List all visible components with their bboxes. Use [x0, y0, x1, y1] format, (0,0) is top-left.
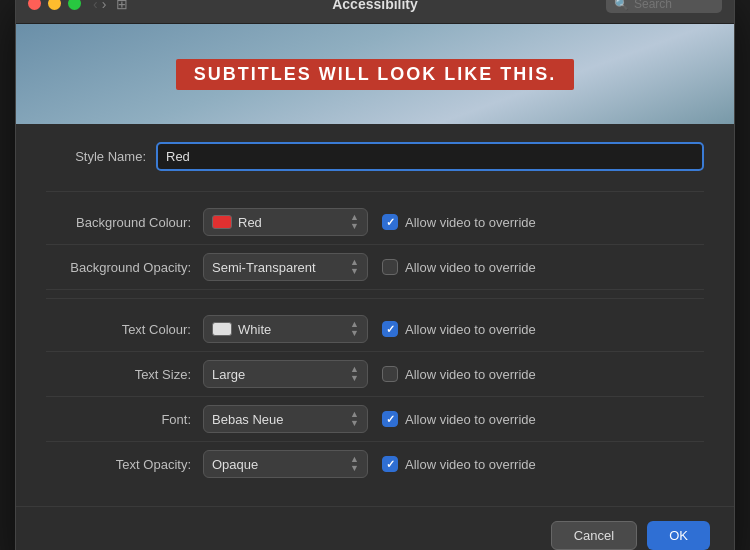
dropdown-arrows-icon: ▲▼ [350, 455, 359, 473]
maximize-button[interactable] [68, 0, 81, 10]
checkmark-icon: ✓ [386, 217, 395, 228]
allow-override-row: Allow video to override [382, 259, 536, 275]
setting-label: Text Opacity: [46, 457, 191, 472]
checkmark-icon: ✓ [386, 324, 395, 335]
allow-override-row: ✓Allow video to override [382, 321, 536, 337]
search-icon: 🔍 [614, 0, 629, 11]
setting-label: Background Opacity: [46, 260, 191, 275]
cancel-button[interactable]: Cancel [551, 521, 637, 550]
back-arrow-icon[interactable]: ‹ [93, 0, 98, 12]
dropdown-3[interactable]: Large▲▼ [203, 360, 368, 388]
search-input[interactable] [634, 0, 714, 11]
dropdown-0[interactable]: Red▲▼ [203, 208, 368, 236]
dropdown-arrows-icon: ▲▼ [350, 410, 359, 428]
setting-row: Text Size:Large▲▼Allow video to override [46, 352, 704, 397]
dropdown-2[interactable]: White▲▼ [203, 315, 368, 343]
minimize-button[interactable] [48, 0, 61, 10]
override-label: Allow video to override [405, 367, 536, 382]
allow-override-row: Allow video to override [382, 366, 536, 382]
window-title: Accessibility [332, 0, 418, 12]
color-swatch [212, 215, 232, 229]
dropdown-arrows-icon: ▲▼ [350, 213, 359, 231]
search-bar[interactable]: 🔍 [606, 0, 722, 13]
dropdown-arrows-icon: ▲▼ [350, 365, 359, 383]
setting-label: Background Colour: [46, 215, 191, 230]
override-checkbox[interactable]: ✓ [382, 411, 398, 427]
checkmark-icon: ✓ [386, 459, 395, 470]
override-label: Allow video to override [405, 260, 536, 275]
setting-row: Background Opacity:Semi-Transparent▲▼All… [46, 245, 704, 290]
dropdown-text: Large [212, 367, 344, 382]
preview-area: SUBTITLES WILL LOOK LIKE THIS. [16, 24, 734, 124]
dropdown-4[interactable]: Bebas Neue▲▼ [203, 405, 368, 433]
setting-label: Text Size: [46, 367, 191, 382]
style-name-input[interactable] [156, 142, 704, 171]
override-label: Allow video to override [405, 412, 536, 427]
close-button[interactable] [28, 0, 41, 10]
forward-arrow-icon[interactable]: › [102, 0, 107, 12]
override-checkbox[interactable] [382, 366, 398, 382]
setting-row: Text Opacity:Opaque▲▼✓Allow video to ove… [46, 442, 704, 486]
section-divider [46, 298, 704, 299]
dropdown-5[interactable]: Opaque▲▼ [203, 450, 368, 478]
style-name-label: Style Name: [46, 149, 146, 164]
dropdown-arrows-icon: ▲▼ [350, 320, 359, 338]
override-checkbox[interactable] [382, 259, 398, 275]
subtitle-preview-text: SUBTITLES WILL LOOK LIKE THIS. [176, 59, 575, 90]
content-area: Style Name: Background Colour:Red▲▼✓Allo… [16, 124, 734, 506]
override-checkbox[interactable]: ✓ [382, 456, 398, 472]
ok-button[interactable]: OK [647, 521, 710, 550]
checkmark-icon: ✓ [386, 414, 395, 425]
override-label: Allow video to override [405, 215, 536, 230]
footer: Cancel OK [16, 506, 734, 550]
allow-override-row: ✓Allow video to override [382, 456, 536, 472]
setting-row: Text Colour:White▲▼✓Allow video to overr… [46, 307, 704, 352]
setting-label: Text Colour: [46, 322, 191, 337]
allow-override-row: ✓Allow video to override [382, 214, 536, 230]
override-checkbox[interactable]: ✓ [382, 214, 398, 230]
dropdown-text: Bebas Neue [212, 412, 344, 427]
override-label: Allow video to override [405, 457, 536, 472]
override-label: Allow video to override [405, 322, 536, 337]
setting-row: Background Colour:Red▲▼✓Allow video to o… [46, 200, 704, 245]
grid-icon[interactable]: ⊞ [116, 0, 128, 12]
dropdown-text: White [238, 322, 344, 337]
allow-override-row: ✓Allow video to override [382, 411, 536, 427]
dropdown-1[interactable]: Semi-Transparent▲▼ [203, 253, 368, 281]
accessibility-window: ‹ › ⊞ Accessibility 🔍 SUBTITLES WILL LOO… [15, 0, 735, 550]
dropdown-text: Red [238, 215, 344, 230]
dropdown-arrows-icon: ▲▼ [350, 258, 359, 276]
title-bar: ‹ › ⊞ Accessibility 🔍 [16, 0, 734, 24]
nav-arrows: ‹ › [93, 0, 106, 12]
traffic-lights [28, 0, 81, 10]
setting-row: Font:Bebas Neue▲▼✓Allow video to overrid… [46, 397, 704, 442]
dropdown-text: Opaque [212, 457, 344, 472]
divider-1 [46, 191, 704, 192]
dropdown-text: Semi-Transparent [212, 260, 344, 275]
style-name-row: Style Name: [46, 142, 704, 171]
setting-label: Font: [46, 412, 191, 427]
settings-group: Background Colour:Red▲▼✓Allow video to o… [46, 200, 704, 486]
color-swatch [212, 322, 232, 336]
override-checkbox[interactable]: ✓ [382, 321, 398, 337]
